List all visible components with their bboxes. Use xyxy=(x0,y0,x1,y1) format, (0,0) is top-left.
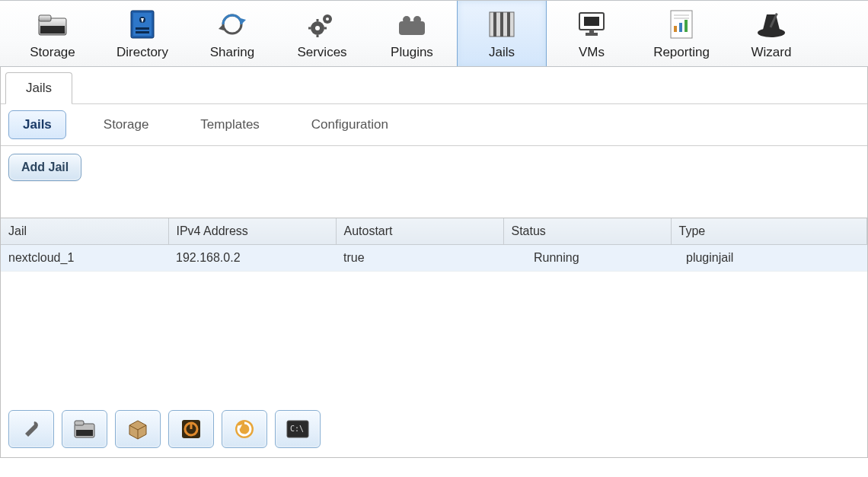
add-jail-button[interactable]: Add Jail xyxy=(8,154,81,181)
svg-rect-38 xyxy=(75,421,84,425)
svg-marker-10 xyxy=(219,24,224,30)
svg-point-14 xyxy=(326,17,329,21)
toolbar-label: Jails xyxy=(458,45,546,60)
page-tab-jails[interactable]: Jails xyxy=(5,72,72,104)
cell-jail: nextcloud_1 xyxy=(1,245,168,272)
svg-rect-27 xyxy=(586,33,598,36)
svg-rect-32 xyxy=(685,20,688,32)
restart-button[interactable] xyxy=(222,410,267,448)
table-header-row: Jail IPv4 Address Autostart Status Type xyxy=(1,218,867,245)
col-jail[interactable]: Jail xyxy=(1,218,168,245)
plugins-icon xyxy=(367,8,457,40)
jails-table-wrap: Jail IPv4 Address Autostart Status Type … xyxy=(1,218,867,401)
toolbar-item-jails[interactable]: Jails xyxy=(457,1,547,66)
table-empty-area xyxy=(1,272,867,401)
storage-icon xyxy=(8,8,97,40)
services-icon xyxy=(277,8,367,40)
power-icon xyxy=(180,418,202,440)
wizard-icon xyxy=(726,8,816,40)
refresh-icon xyxy=(234,418,255,440)
cell-autostart: true xyxy=(336,245,503,272)
svg-rect-6 xyxy=(136,27,149,30)
col-type[interactable]: Type xyxy=(671,218,867,245)
svg-rect-39 xyxy=(76,430,93,436)
toolbar-label: Storage xyxy=(8,45,97,60)
svg-rect-26 xyxy=(584,17,599,26)
toolbar-item-plugins[interactable]: Plugins xyxy=(367,1,457,66)
col-autostart[interactable]: Autostart xyxy=(336,218,503,245)
cell-type: pluginjail xyxy=(671,245,867,272)
toolbar-item-vms[interactable]: VMs xyxy=(547,1,637,66)
svg-rect-7 xyxy=(136,31,149,33)
box-icon xyxy=(127,418,148,440)
wrench-icon xyxy=(21,418,42,440)
svg-rect-30 xyxy=(674,26,677,32)
toolbar-item-reporting[interactable]: Reporting xyxy=(637,1,726,66)
svg-rect-2 xyxy=(40,26,65,33)
svg-point-20 xyxy=(413,16,421,24)
toolbar-label: Directory xyxy=(97,45,187,60)
toolbar-label: Plugins xyxy=(367,45,457,60)
col-status[interactable]: Status xyxy=(503,218,671,245)
svg-marker-9 xyxy=(241,18,246,24)
jails-table: Jail IPv4 Address Autostart Status Type … xyxy=(1,218,867,272)
toolbar-item-storage[interactable]: Storage xyxy=(8,1,97,66)
toolbar-label: VMs xyxy=(547,45,637,60)
sub-tab-label: Jails xyxy=(23,117,52,132)
sub-tab-configuration[interactable]: Configuration xyxy=(297,110,403,139)
svg-point-19 xyxy=(403,16,410,24)
toolbar-label: Reporting xyxy=(637,45,726,60)
start-button[interactable] xyxy=(168,410,214,448)
page-tabs: Jails xyxy=(1,67,867,104)
svg-point-13 xyxy=(315,26,320,30)
terminal-icon: C:\ xyxy=(286,420,309,438)
cell-status: Running xyxy=(503,245,671,272)
toolbar-item-directory[interactable]: Directory xyxy=(97,1,187,66)
toolbar-label: Sharing xyxy=(187,45,277,60)
table-row[interactable]: nextcloud_1 192.168.0.2 true Running plu… xyxy=(1,245,867,272)
toolbar-label: Services xyxy=(277,45,367,60)
sharing-icon xyxy=(187,8,277,40)
toolbar-item-wizard[interactable]: Wizard xyxy=(726,1,816,66)
main-toolbar: Storage Directory Sharing Services Plugi… xyxy=(0,0,868,67)
svg-rect-1 xyxy=(39,15,51,21)
sub-tab-jails[interactable]: Jails xyxy=(8,110,66,139)
sub-tab-storage[interactable]: Storage xyxy=(89,110,164,139)
cell-ipv4: 192.168.0.2 xyxy=(168,245,336,272)
svg-rect-28 xyxy=(589,30,594,33)
toolbar-item-services[interactable]: Services xyxy=(277,1,367,66)
folder-icon xyxy=(73,419,96,439)
action-bar: Add Jail xyxy=(1,146,867,187)
package-button[interactable] xyxy=(115,410,161,448)
jails-icon xyxy=(458,8,546,40)
directory-icon xyxy=(97,8,187,40)
bottom-action-bar: C:\ xyxy=(1,401,867,457)
sub-tab-label: Storage xyxy=(104,117,149,132)
svg-text:C:\: C:\ xyxy=(290,425,304,433)
content-area: Jails Jails Storage Templates Configurat… xyxy=(0,67,868,458)
page-tab-label: Jails xyxy=(26,81,52,95)
sub-tab-templates[interactable]: Templates xyxy=(186,110,273,139)
col-ipv4[interactable]: IPv4 Address xyxy=(168,218,336,245)
toolbar-label: Wizard xyxy=(726,45,816,60)
svg-rect-31 xyxy=(679,23,682,32)
reporting-icon xyxy=(637,8,726,40)
shell-button[interactable]: C:\ xyxy=(275,410,321,448)
sub-tab-label: Configuration xyxy=(311,117,388,132)
button-label: Add Jail xyxy=(21,161,69,173)
sub-tab-label: Templates xyxy=(200,117,259,132)
toolbar-item-sharing[interactable]: Sharing xyxy=(187,1,277,66)
open-button[interactable] xyxy=(62,410,107,448)
sub-tabs: Jails Storage Templates Configuration xyxy=(1,104,867,146)
edit-button[interactable] xyxy=(8,410,54,448)
vms-icon xyxy=(547,8,637,40)
